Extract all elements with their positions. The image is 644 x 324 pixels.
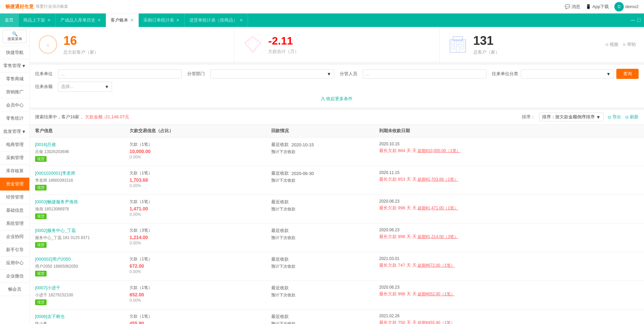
sidebar-item-member-center[interactable]: 会员中心 — [0, 99, 29, 112]
debt-info-cell: 欠款（1笔） 455.90 0.00% — [130, 314, 271, 324]
tab-close-btn[interactable]: ✕ — [130, 18, 134, 23]
video-btn[interactable]: ⊙ 视频 — [605, 41, 619, 48]
debt-info-cell: 欠款（1笔） 10,000.00 0.00% — [130, 142, 271, 159]
svg-rect-6 — [456, 41, 459, 45]
sidebar-item-enterprise-collab[interactable]: 企业协同 — [0, 230, 29, 243]
results-summary: 搜索结果中，客户16家 — [35, 114, 79, 119]
sidebar-item-inventory-check[interactable]: 库存核算 — [0, 165, 29, 178]
client-info-cell: [0002]服务中心_丁磊 服务中心_丁磊 181 0125 8371 现货 — [35, 228, 130, 248]
search-menu-btn[interactable]: 🔍 搜索菜单 — [3, 30, 27, 43]
return-next: 预计下次收款 — [271, 321, 379, 324]
branch-person-input[interactable]: ... — [363, 69, 486, 79]
overdue-link[interactable]: 超期¥455.90（1笔） — [418, 320, 455, 324]
export-btn[interactable]: ⊙ 导出 — [608, 114, 621, 120]
balance-select[interactable]: 选择... ▼ — [58, 82, 112, 92]
sidebar-item-member-vip[interactable]: 畅会员 — [0, 283, 29, 296]
tab-close-btn[interactable]: ✕ — [176, 18, 179, 23]
overdue-link[interactable]: 超期¥10,000.00（1笔） — [418, 148, 460, 153]
app-subtitle: 母婴行业演示账套 — [36, 4, 68, 9]
overdue-info: 最长欠款 998 天 天 超期¥652.00（1笔） — [379, 291, 639, 297]
collapse-row[interactable]: ⋀ 收起更多条件 — [35, 94, 639, 103]
sidebar-item-basic-info[interactable]: 基础信息 — [0, 204, 29, 217]
retail-stats-label: 零售统计 — [6, 116, 24, 121]
sidebar-item-system-mgmt[interactable]: 系统管理 — [0, 217, 29, 230]
tab-home[interactable]: 首页 — [0, 13, 19, 27]
debt-label: 欠款（3笔） — [130, 228, 271, 233]
tab-products-offline[interactable]: 商品上下架 ✕ — [19, 13, 56, 27]
sidebar-item-operations-mgmt[interactable]: 经营管理 — [0, 191, 29, 204]
due-info-cell: 2020.11.15 最长欠款 853 天 天 超期¥1,703.68（1笔） — [379, 170, 639, 182]
new-guide-label: 新手引导 — [6, 247, 24, 252]
maximize-btn[interactable]: □ — [637, 17, 641, 23]
chevron-down-icon-dept: ▼ — [327, 71, 331, 77]
message-btn[interactable]: 💬 消息 — [565, 4, 580, 10]
diamond-icon — [243, 34, 263, 55]
sidebar-item-enterprise-wechat[interactable]: 企业微信 — [0, 270, 29, 283]
client-name-link[interactable]: [000002]用户2050 — [35, 256, 130, 262]
client-contact: 服务中心_丁磊 181 0125 8371 — [35, 235, 130, 241]
sidebar-item-purchase-mgmt[interactable]: 采购管理 — [0, 151, 29, 165]
branch-dept-select[interactable]: ▼ — [210, 69, 334, 79]
help-btn[interactable]: ⊙ 帮助 — [622, 41, 636, 48]
client-name-link[interactable]: [0002]服务中心_丁磊 — [35, 228, 130, 234]
tab-production-history[interactable]: 产成品入库单历史 ✕ — [56, 13, 106, 27]
tab-purchase-stats[interactable]: 采购订单统计表 ✕ — [139, 13, 185, 27]
minimize-btn[interactable]: ─ — [631, 17, 635, 23]
sidebar-item-new-guide[interactable]: 新手引导 — [0, 243, 29, 257]
client-tag: 现货 — [35, 299, 47, 305]
client-name-link[interactable]: [0003]畅捷服务尹海燕 — [35, 199, 130, 205]
sidebar-item-batch-mgmt[interactable]: 批发管理 ▼ — [0, 125, 29, 138]
svg-text:¥: ¥ — [47, 43, 49, 48]
overdue-link[interactable]: 超期¥1,471.00（1笔） — [418, 206, 458, 210]
tab-purchase-product[interactable]: 进货单统计表（按商品） ✕ — [185, 13, 248, 27]
svg-rect-7 — [461, 41, 464, 45]
sidebar-item-marketing[interactable]: 营销推广 — [0, 86, 29, 99]
from-unit-input[interactable]: ... — [58, 69, 182, 79]
due-info-cell: 2020.06.23 最长欠款 998 天 天 超期¥1,214.00（3笔） — [379, 228, 639, 240]
return-last: 最近收款 2020-06-30 — [271, 170, 379, 176]
unit-category-select[interactable]: ▼ — [521, 69, 614, 79]
overdue-link[interactable]: 超期¥1,703.68（1笔） — [418, 177, 458, 182]
debt-label: 欠款（1笔） — [130, 170, 271, 176]
member-vip-label: 畅会员 — [8, 287, 21, 292]
sidebar-item-fund-mgmt[interactable]: 资金管理 — [0, 178, 29, 191]
sidebar-item-retail-mgmt[interactable]: 零售管理 ▼ — [0, 59, 29, 72]
sort-select[interactable]: 排序：按欠款金额倒序排序 ▼ — [539, 113, 604, 121]
sidebar: 🔍 搜索菜单 快捷导航 零售管理 ▼ 零售商城 营销推广 会员中心 零售统计 批… — [0, 27, 30, 324]
table-row: [0003]畅捷服务尹海燕 海燕 18513066976 现货 欠款（1笔） 1… — [30, 195, 644, 224]
sidebar-item-retail-stats[interactable]: 零售统计 — [0, 112, 29, 125]
refresh-btn[interactable]: ⊙ 刷新 — [625, 114, 639, 120]
refresh-label: 刷新 — [630, 114, 639, 120]
balance-label: 往来余额 — [35, 84, 55, 90]
overdue-info: 最长欠款 998 天 天 超期¥1,214.00（3笔） — [379, 234, 639, 240]
sidebar-item-retail-mall[interactable]: 零售商城 — [0, 72, 29, 86]
tab-customer-account[interactable]: 客户账本 ✕ — [106, 13, 139, 27]
export-label: 导出 — [612, 114, 621, 120]
client-name-link[interactable]: [0001020001]李老师 — [35, 170, 130, 176]
query-button[interactable]: 查询 — [616, 69, 639, 79]
table-row: [000002]用户2050 用户2050 18665062050 现货 欠款（… — [30, 252, 644, 281]
overdue-link[interactable]: 超期¥1,214.00（3笔） — [418, 234, 458, 239]
client-name-link[interactable]: [0016]吕俊 — [35, 142, 130, 148]
debt-label: 欠款（1笔） — [130, 285, 271, 291]
sidebar-item-ecommerce-mgmt[interactable]: 电商管理 — [0, 138, 29, 151]
user-area[interactable]: D demo2 — [614, 2, 639, 11]
tab-close-btn[interactable]: ✕ — [240, 18, 243, 23]
overdue-link[interactable]: 超期¥652.00（1笔） — [418, 292, 455, 296]
app-download-label: App下载 — [592, 4, 609, 10]
sort-select-text: 排序：按欠款金额倒序排序 — [542, 114, 595, 120]
client-tag: 现货 — [35, 185, 47, 190]
client-name-link[interactable]: [0007]小进干 — [35, 285, 130, 291]
card-info-debt: 16 总欠款客户（家） — [63, 34, 99, 55]
last-payment-label: 最近收款 — [271, 199, 289, 205]
tab-close-btn[interactable]: ✕ — [47, 18, 51, 23]
client-name-link[interactable]: [0006]去下粮仓 — [35, 314, 130, 320]
sidebar-item-quick-nav[interactable]: 快捷导航 — [0, 46, 29, 59]
overdue-link[interactable]: 超期¥672.00（1笔） — [418, 263, 455, 268]
return-next: 预计下次收款 — [271, 149, 379, 155]
collapse-label: 收起更多条件 — [326, 96, 353, 101]
app-download-btn[interactable]: 📱 App下载 — [586, 4, 609, 10]
sidebar-item-app-center[interactable]: 应用中心 — [0, 257, 29, 270]
summary-cards: ¥ 16 总欠款客户（家） -2.11 欠款合计（万 — [30, 27, 644, 62]
tab-close-btn[interactable]: ✕ — [97, 18, 101, 23]
